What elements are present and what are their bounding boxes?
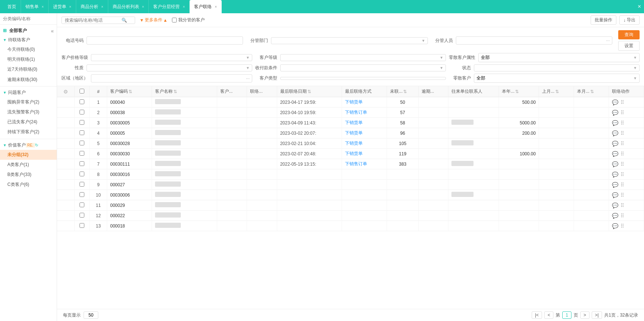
staff-more-icon[interactable]: ···	[606, 38, 610, 43]
tab-customer-contact-close[interactable]: ×	[215, 5, 217, 9]
last-way-link[interactable]: 下销货单	[345, 130, 363, 135]
my-customers-check[interactable]	[172, 18, 177, 22]
contact-icon[interactable]: 💬	[612, 172, 618, 177]
sidebar-group-pending[interactable]: ▼ 待联络客户	[0, 35, 57, 45]
more-action-icon[interactable]: ⠿	[620, 223, 624, 229]
more-action-icon[interactable]: ⠿	[620, 99, 624, 105]
dept-select[interactable]: ▼	[271, 37, 427, 44]
row-checkbox[interactable]	[80, 192, 84, 197]
tab-product-analysis-list-close[interactable]: ×	[142, 5, 144, 9]
last-way-link[interactable]: 下销售订单	[345, 161, 367, 166]
status-select[interactable]: ▼	[474, 64, 640, 71]
col-thismonth-header[interactable]: 本月...⇅	[574, 86, 609, 97]
tab-sales[interactable]: 销售单 ×	[21, 0, 49, 13]
more-action-icon[interactable]: ⠿	[620, 161, 624, 167]
tab-purchase[interactable]: 进货单 ×	[49, 0, 76, 13]
first-page-btn[interactable]: |<	[532, 311, 542, 319]
tab-product-analysis-close[interactable]: ×	[101, 5, 103, 9]
col-lastdate-header[interactable]: 最后联络日期⇅	[277, 86, 342, 97]
retail-customer-select[interactable]: 全部 ▼	[474, 74, 640, 83]
more-action-icon[interactable]: ⠿	[620, 130, 624, 136]
payment-select[interactable]: ▼	[280, 64, 446, 71]
contact-icon[interactable]: 💬	[612, 120, 618, 126]
sidebar-item-class-a[interactable]: A类客户(1)	[0, 160, 57, 170]
contact-icon[interactable]: 💬	[612, 99, 618, 105]
sidebar-item-unclassified[interactable]: 未分组(32)	[0, 150, 57, 160]
row-checkbox[interactable]	[80, 99, 84, 104]
col-lastmonth-header[interactable]: 上月...⇅	[539, 86, 574, 97]
tab-customer-segment[interactable]: 客户分层经营 ×	[149, 0, 190, 13]
last-way-link[interactable]: 下销货单	[345, 99, 363, 105]
col-thisyear-header[interactable]: 本年...⇅	[499, 86, 539, 97]
tab-customer-contact[interactable]: 客户联络 ×	[190, 0, 222, 13]
tab-home[interactable]: 首页	[3, 0, 21, 13]
region-more-icon[interactable]: ···	[246, 76, 250, 81]
nature-select[interactable]: ▼	[87, 64, 252, 71]
more-action-icon[interactable]: ⠿	[620, 141, 624, 147]
row-checkbox[interactable]	[80, 172, 84, 176]
more-action-icon[interactable]: ⠿	[620, 202, 624, 208]
contact-icon[interactable]: 💬	[612, 151, 618, 157]
sidebar-item-class-c[interactable]: C类客户(6)	[0, 180, 57, 190]
sidebar-group-value[interactable]: ▼ 价值客户 RE. ↻	[0, 141, 57, 150]
sidebar-item-churned[interactable]: 已流失客户(24)	[0, 117, 57, 127]
contact-icon[interactable]: 💬	[612, 223, 618, 229]
search-box[interactable]: 🔍	[61, 17, 135, 24]
next-page-btn[interactable]: >	[580, 311, 590, 319]
col-name-header[interactable]: 客户名称⇅	[152, 86, 217, 97]
staff-select[interactable]: ···	[456, 36, 612, 45]
tab-product-analysis-list[interactable]: 商品分析列表 ×	[108, 0, 149, 13]
customer-type-select[interactable]	[280, 77, 446, 80]
sidebar-item-tomorrow-pending[interactable]: 明天待联络(1)	[0, 54, 57, 64]
tab-customer-segment-close[interactable]: ×	[183, 5, 185, 9]
tab-product-analysis[interactable]: 商品分析 ×	[76, 0, 108, 13]
contact-icon[interactable]: 💬	[612, 213, 618, 219]
row-checkbox[interactable]	[80, 141, 84, 145]
all-customers-header[interactable]: ⊞ 全部客户 «	[0, 25, 57, 35]
prev-page-btn[interactable]: <	[544, 311, 553, 319]
contact-icon[interactable]: 💬	[612, 202, 618, 208]
more-conditions-btn[interactable]: ▼ 更多条件 ▲	[140, 17, 168, 23]
row-checkbox[interactable]	[80, 223, 84, 228]
query-button[interactable]: 查询	[618, 30, 640, 39]
last-page-btn[interactable]: >|	[592, 311, 602, 319]
table-settings-icon[interactable]: ⚙	[63, 89, 68, 95]
sidebar-collapse-icon[interactable]: «	[51, 28, 54, 34]
sidebar-item-today-pending[interactable]: 今天待联络(0)	[0, 45, 57, 54]
col-notcontact-header[interactable]: 未联...⇅	[387, 86, 419, 97]
phone-input[interactable]	[87, 36, 243, 45]
batch-ops-button[interactable]: 批量操作	[591, 15, 616, 25]
more-action-icon[interactable]: ⠿	[620, 120, 624, 126]
price-level-select[interactable]: ▼	[91, 54, 252, 61]
more-action-icon[interactable]: ⠿	[620, 182, 624, 188]
row-checkbox[interactable]	[80, 151, 84, 156]
sidebar-item-class-b[interactable]: B类客户(33)	[0, 170, 57, 180]
region-select[interactable]: ···	[91, 74, 252, 82]
more-action-icon[interactable]: ⠿	[620, 110, 624, 116]
contact-icon[interactable]: 💬	[612, 130, 618, 136]
sidebar-item-7days-pending[interactable]: 近7天待联络(0)	[0, 64, 57, 74]
more-action-icon[interactable]: ⠿	[620, 213, 624, 219]
sidebar-search-input[interactable]	[3, 16, 57, 21]
contact-icon[interactable]: 💬	[612, 161, 618, 167]
col-code-header[interactable]: 客户编码⇅	[107, 86, 152, 97]
sidebar-group-problem[interactable]: ▼ 问题客户	[0, 88, 57, 97]
select-all-checkbox[interactable]	[80, 89, 84, 94]
tab-sales-close[interactable]: ×	[42, 5, 44, 9]
contact-icon[interactable]: 💬	[612, 182, 618, 188]
export-button[interactable]: ↓ 导出	[619, 15, 640, 25]
row-checkbox[interactable]	[80, 110, 84, 114]
main-search-icon[interactable]: 🔍	[122, 18, 127, 23]
sidebar-item-overdue-pending[interactable]: 逾期未联络(30)	[0, 75, 57, 85]
last-way-link[interactable]: 下销货单	[345, 120, 363, 125]
more-action-icon[interactable]: ⠿	[620, 192, 624, 198]
row-checkbox[interactable]	[80, 182, 84, 187]
sidebar-item-hoarding-abnormal[interactable]: 囤购异常客户(2)	[0, 97, 57, 107]
more-action-icon[interactable]: ⠿	[620, 172, 624, 177]
window-close-icon[interactable]: ×	[638, 3, 641, 10]
sidebar-item-churn-warning[interactable]: 流失预警客户(3)	[0, 107, 57, 117]
row-checkbox[interactable]	[80, 213, 84, 218]
contact-icon[interactable]: 💬	[612, 141, 618, 147]
last-way-link[interactable]: 下销货单	[345, 141, 363, 146]
refresh-icon[interactable]: ↻	[35, 143, 38, 148]
